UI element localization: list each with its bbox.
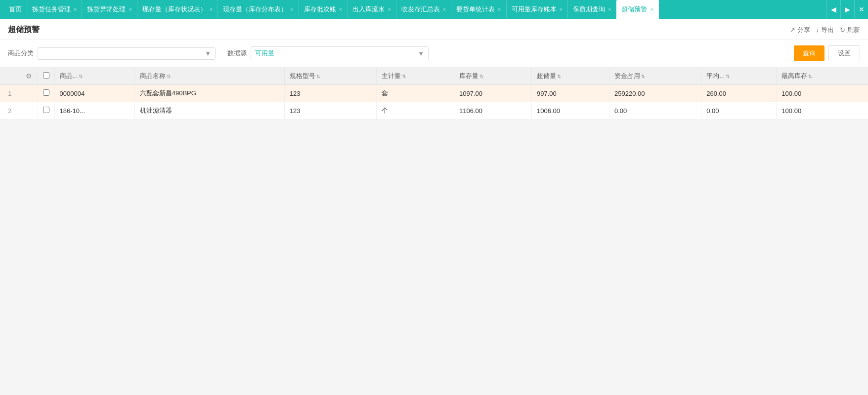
cell-spec-0: 123: [284, 85, 376, 102]
datasource-filter-group: 数据源 可用量 ▼: [227, 46, 429, 60]
nav-tab-5[interactable]: 库存批次账×: [299, 0, 347, 19]
cell-product_name-1: 机油滤清器: [134, 102, 284, 119]
nav-tab-close-1[interactable]: ×: [74, 6, 77, 12]
col-header-product_name[interactable]: 商品名称⇅: [134, 68, 284, 85]
col-header-unit[interactable]: 主计量⇅: [377, 68, 454, 85]
col-header-avg[interactable]: 平均...⇅: [701, 68, 777, 85]
cell-max_stock-0: 100.00: [777, 85, 868, 102]
row-checkbox-cell-1: [38, 102, 54, 119]
page-header: 超储预警 ↗ 分享 ↓ 导出 ↻ 刷新: [0, 19, 868, 40]
col-header-gear: ⚙: [20, 68, 38, 85]
cell-max_stock-1: 100.00: [777, 102, 868, 119]
data-table: ⚙商品...⇅商品名称⇅规格型号⇅主计量⇅库存量⇅超储量⇅资金占用⇅平均...⇅…: [0, 68, 868, 119]
filter-area: 商品分类 ▼ 数据源 可用量 ▼ 查询 设置: [0, 40, 868, 68]
nav-tab-7[interactable]: 收发存汇总表×: [396, 0, 451, 19]
col-header-product_code[interactable]: 商品...⇅: [54, 68, 134, 85]
cell-stock-1: 1106.00: [454, 102, 532, 119]
sort-icon-capital: ⇅: [641, 74, 645, 79]
row-checkbox-0[interactable]: [43, 89, 49, 96]
header-actions: ↗ 分享 ↓ 导出 ↻ 刷新: [790, 26, 861, 35]
nav-tab-close-8[interactable]: ×: [498, 6, 501, 12]
sort-icon-product_code: ⇅: [79, 74, 83, 79]
nav-tab-close-3[interactable]: ×: [210, 6, 213, 12]
nav-tab-8[interactable]: 要货单统计表×: [451, 0, 506, 19]
refresh-icon: ↻: [840, 26, 845, 34]
row-checkbox-1[interactable]: [43, 107, 49, 113]
cell-product_name-0: 六配套新昌490BPG: [134, 85, 284, 102]
table-row: 10000004六配套新昌490BPG123套1097.00997.002592…: [0, 85, 868, 102]
cell-overflow-0: 997.00: [532, 85, 609, 102]
cell-product_code-1: 186-10...: [54, 102, 134, 119]
export-icon: ↓: [816, 26, 820, 34]
cell-overflow-1: 1006.00: [532, 102, 609, 119]
col-header-max_stock[interactable]: 最高库存⇅: [777, 68, 868, 85]
col-header-stock[interactable]: 库存量⇅: [454, 68, 532, 85]
sort-icon-max_stock: ⇅: [808, 74, 812, 79]
cell-product_code-0: 0000004: [54, 85, 134, 102]
datasource-value: 可用量: [255, 49, 274, 58]
nav-tab-close-2[interactable]: ×: [129, 6, 131, 12]
sort-icon-product_name: ⇅: [167, 74, 171, 79]
export-button[interactable]: ↓ 导出: [816, 26, 834, 35]
col-header-spec[interactable]: 规格型号⇅: [284, 68, 376, 85]
nav-tab-3[interactable]: 现存量（库存状况表）×: [137, 0, 218, 19]
nav-close-btn[interactable]: ✕: [854, 0, 868, 19]
row-gear-0: [20, 85, 38, 102]
nav-arrows: ◀ ▶ ✕: [826, 0, 868, 19]
nav-prev-btn[interactable]: ◀: [826, 0, 840, 19]
share-button[interactable]: ↗ 分享: [790, 26, 810, 35]
datasource-arrow-icon: ▼: [418, 50, 424, 57]
query-button[interactable]: 查询: [794, 45, 825, 61]
col-header-capital[interactable]: 资金占用⇅: [609, 68, 701, 85]
refresh-button[interactable]: ↻ 刷新: [840, 26, 860, 35]
col-header-num: [0, 68, 20, 85]
cell-avg-1: 0.00: [701, 102, 777, 119]
nav-tab-10[interactable]: 保质期查询×: [568, 0, 616, 19]
nav-tab-close-4[interactable]: ×: [290, 6, 293, 12]
cell-spec-1: 123: [284, 102, 376, 119]
nav-tab-close-11[interactable]: ×: [650, 6, 653, 12]
page-title: 超储预警: [8, 25, 40, 35]
nav-tab-4[interactable]: 现存量（库存分布表）×: [218, 0, 299, 19]
cell-avg-0: 260.00: [701, 85, 777, 102]
nav-tab-6[interactable]: 出入库流水×: [347, 0, 396, 19]
category-filter-group: 商品分类 ▼: [8, 47, 216, 60]
row-num-0: 1: [0, 85, 20, 102]
cell-capital-1: 0.00: [609, 102, 701, 119]
cell-unit-1: 个: [377, 102, 454, 119]
category-label: 商品分类: [8, 49, 34, 58]
sort-icon-overflow: ⇅: [557, 74, 561, 79]
nav-tab-2[interactable]: 拣货异常处理×: [82, 0, 137, 19]
sort-icon-spec: ⇅: [316, 74, 320, 79]
nav-tab-close-6[interactable]: ×: [388, 6, 391, 12]
cell-capital-0: 259220.00: [609, 85, 701, 102]
row-checkbox-cell-0: [38, 85, 54, 102]
action-buttons: 查询 设置: [794, 45, 860, 61]
nav-tab-close-7[interactable]: ×: [443, 6, 446, 12]
table-container: ⚙商品...⇅商品名称⇅规格型号⇅主计量⇅库存量⇅超储量⇅资金占用⇅平均...⇅…: [0, 68, 868, 119]
sort-icon-avg: ⇅: [726, 74, 730, 79]
table-row: 2186-10...机油滤清器123个1106.001006.000.000.0…: [0, 102, 868, 119]
col-header-checkbox: [38, 68, 54, 85]
col-header-overflow[interactable]: 超储量⇅: [532, 68, 609, 85]
nav-tab-close-5[interactable]: ×: [339, 6, 342, 12]
gear-settings-icon[interactable]: ⚙: [26, 72, 32, 80]
category-select[interactable]: ▼: [38, 47, 216, 60]
row-num-1: 2: [0, 102, 20, 119]
select-all-checkbox[interactable]: [43, 72, 49, 79]
nav-tab-close-10[interactable]: ×: [608, 6, 611, 12]
nav-tab-1[interactable]: 拣货任务管理×: [27, 0, 82, 19]
nav-next-btn[interactable]: ▶: [840, 0, 854, 19]
cell-unit-0: 套: [377, 85, 454, 102]
nav-tab-0[interactable]: 首页: [4, 0, 27, 19]
nav-tab-9[interactable]: 可用量库存账本×: [507, 0, 568, 19]
cell-stock-0: 1097.00: [454, 85, 532, 102]
setting-button[interactable]: 设置: [828, 45, 860, 61]
share-icon: ↗: [790, 26, 795, 34]
datasource-select[interactable]: 可用量 ▼: [251, 46, 429, 60]
nav-tab-close-9[interactable]: ×: [560, 6, 563, 12]
row-gear-1: [20, 102, 38, 119]
nav-tab-11[interactable]: 超储预警×: [616, 0, 658, 19]
sort-icon-stock: ⇅: [479, 74, 483, 79]
datasource-label: 数据源: [227, 49, 247, 58]
